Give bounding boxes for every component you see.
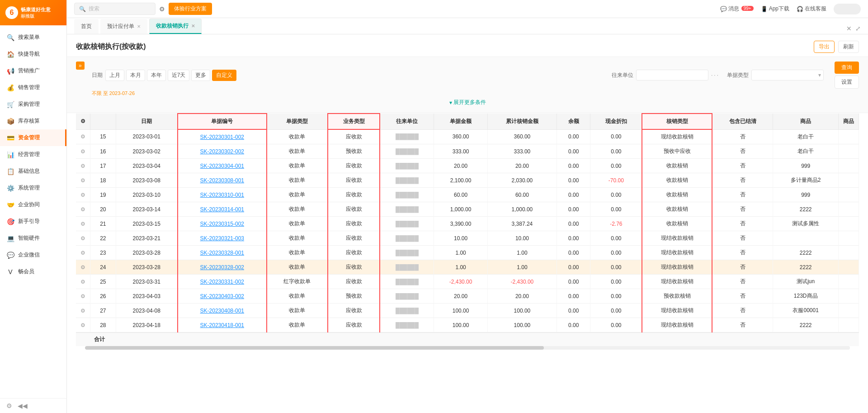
- td-cancel-type: 现结收款核销: [642, 260, 712, 275]
- td-cancel-type: 收款核销: [642, 173, 712, 188]
- sidebar-item-system[interactable]: ⚙️系统管理: [0, 180, 66, 196]
- bill-type-label: 单据类型: [727, 71, 749, 79]
- page-actions: 导出 刷新: [814, 41, 859, 53]
- scrollbar-thumb[interactable]: [85, 346, 544, 350]
- td-product: 999: [773, 188, 839, 202]
- td-customer: ██████: [380, 289, 434, 304]
- td-bill-no[interactable]: SK-20230321-003: [178, 231, 267, 246]
- td-gear[interactable]: ⚙: [76, 246, 90, 260]
- td-bill-no[interactable]: SK-20230403-002: [178, 289, 267, 304]
- td-customer: ██████: [380, 173, 434, 188]
- refresh-btn[interactable]: 刷新: [838, 41, 859, 53]
- industry-btn[interactable]: 体验行业方案: [169, 3, 212, 15]
- sidebar-bottom: ⚙ ◀◀: [0, 398, 66, 413]
- td-product2: [839, 231, 859, 246]
- filter-bar: » 日期 上月 本月 本年 近7天 更多 自定义: [67, 57, 868, 113]
- td-gear[interactable]: ⚙: [76, 217, 90, 231]
- td-biz-type: 应收款: [328, 129, 380, 144]
- sidebar-label-inventory: 库存核算: [18, 117, 40, 125]
- filter-toggle-btn[interactable]: »: [76, 62, 85, 70]
- maximize-icon[interactable]: ⤢: [855, 25, 861, 32]
- messages-btn[interactable]: 💬 消息 99+: [720, 5, 754, 13]
- topbar-search[interactable]: 🔍 搜索: [74, 3, 156, 15]
- td-bill-no[interactable]: SK-20230408-001: [178, 304, 267, 318]
- td-customer: ██████: [380, 260, 434, 275]
- tab-close-receipt-exec[interactable]: ✕: [191, 24, 195, 28]
- td-amount: 20.00: [434, 159, 487, 173]
- last7-btn[interactable]: 近7天: [168, 70, 190, 81]
- tab-receipt-exec[interactable]: 收款核销执行✕: [149, 19, 202, 34]
- td-gear[interactable]: ⚙: [76, 260, 90, 275]
- td-bill-no[interactable]: SK-20230302-002: [178, 144, 267, 159]
- td-no: 18: [90, 173, 116, 188]
- tab-close-pre-receipt[interactable]: ✕: [137, 24, 141, 29]
- td-bill-no[interactable]: SK-20230304-001: [178, 159, 267, 173]
- td-include-settled: 否: [712, 260, 773, 275]
- sidebar-item-operations[interactable]: 📊经营管理: [0, 146, 66, 163]
- sidebar-item-inventory[interactable]: 📦库存核算: [0, 113, 66, 129]
- td-date: 2023-03-21: [116, 231, 178, 246]
- td-gear[interactable]: ⚙: [76, 304, 90, 318]
- td-gear[interactable]: ⚙: [76, 202, 90, 217]
- sidebar-item-marketing[interactable]: 📢营销推广: [0, 62, 66, 79]
- this-month-btn[interactable]: 本月: [126, 70, 145, 81]
- custom-btn[interactable]: 自定义: [212, 70, 236, 81]
- td-gear[interactable]: ⚙: [76, 275, 90, 289]
- sidebar-settings-icon[interactable]: ⚙: [6, 402, 12, 409]
- td-gear[interactable]: ⚙: [76, 159, 90, 173]
- th-bill-no: 单据编号: [178, 114, 267, 129]
- topbar-gear-icon[interactable]: ⚙: [159, 5, 165, 13]
- tab-pre-receipt[interactable]: 预计应付单✕: [100, 19, 147, 34]
- expand-btn[interactable]: ▾ 展开更多条件: [449, 99, 486, 106]
- td-gear[interactable]: ⚙: [76, 318, 90, 332]
- td-gear[interactable]: ⚙: [76, 129, 90, 144]
- horizontal-scrollbar[interactable]: [85, 346, 850, 350]
- sidebar-label-search: 搜索菜单: [18, 33, 40, 41]
- td-bill-no[interactable]: SK-20230331-002: [178, 275, 267, 289]
- table-row: ⚙ 23 2023-03-28 SK-20230328-001 收款单 应收款 …: [76, 246, 859, 260]
- customer-input[interactable]: [636, 70, 708, 81]
- td-bill-no[interactable]: SK-20230418-001: [178, 318, 267, 332]
- td-no: 16: [90, 144, 116, 159]
- sidebar-item-corp[interactable]: 🤝企业协同: [0, 196, 66, 213]
- td-gear[interactable]: ⚙: [76, 289, 90, 304]
- sidebar-item-hardware[interactable]: 💻智能硬件: [0, 230, 66, 247]
- sidebar-item-sales[interactable]: 💰销售管理: [0, 79, 66, 96]
- user-avatar[interactable]: [834, 4, 861, 14]
- td-gear[interactable]: ⚙: [76, 173, 90, 188]
- td-bill-no[interactable]: SK-20230308-001: [178, 173, 267, 188]
- this-year-btn[interactable]: 本年: [147, 70, 166, 81]
- sidebar-item-finance[interactable]: 💳资金管理: [0, 129, 66, 146]
- last-month-btn[interactable]: 上月: [105, 70, 124, 81]
- td-bill-no[interactable]: SK-20230328-002: [178, 260, 267, 275]
- sidebar-item-quick-nav[interactable]: 🏠快捷导航: [0, 46, 66, 62]
- bill-type-input[interactable]: [751, 70, 824, 81]
- more-btn[interactable]: 更多: [191, 70, 210, 81]
- query-btn[interactable]: 查询: [835, 62, 859, 74]
- app-download-btn[interactable]: 📱 App下载: [761, 5, 789, 13]
- setting-btn[interactable]: 设置: [835, 76, 859, 89]
- online-service-btn[interactable]: 🎧 在线客服: [797, 5, 826, 13]
- export-btn[interactable]: 导出: [814, 41, 835, 53]
- sidebar-item-member[interactable]: V畅会员: [0, 263, 66, 280]
- sidebar-item-basic[interactable]: 📋基础信息: [0, 163, 66, 180]
- sidebar-item-search[interactable]: 🔍搜索菜单: [0, 29, 66, 46]
- td-gear[interactable]: ⚙: [76, 144, 90, 159]
- td-bill-no[interactable]: SK-20230301-002: [178, 129, 267, 144]
- td-product2: [839, 318, 859, 332]
- sidebar-item-guide[interactable]: 🎯新手引导: [0, 213, 66, 230]
- sidebar-collapse-icon[interactable]: ◀◀: [18, 402, 28, 409]
- close-window-icon[interactable]: ✕: [846, 25, 852, 32]
- td-amount: 3,390.00: [434, 217, 487, 231]
- td-bill-no[interactable]: SK-20230310-001: [178, 188, 267, 202]
- sidebar-item-purchase[interactable]: 🛒采购管理: [0, 96, 66, 113]
- th-gear[interactable]: ⚙: [76, 114, 90, 129]
- tab-home[interactable]: 首页: [74, 19, 99, 34]
- td-bill-no[interactable]: SK-20230315-002: [178, 217, 267, 231]
- td-bill-no[interactable]: SK-20230328-001: [178, 246, 267, 260]
- td-bill-no[interactable]: SK-20230314-001: [178, 202, 267, 217]
- guide-icon: 🎯: [6, 218, 14, 225]
- td-gear[interactable]: ⚙: [76, 231, 90, 246]
- sidebar-item-wechat[interactable]: 💬企业微信: [0, 247, 66, 263]
- td-gear[interactable]: ⚙: [76, 188, 90, 202]
